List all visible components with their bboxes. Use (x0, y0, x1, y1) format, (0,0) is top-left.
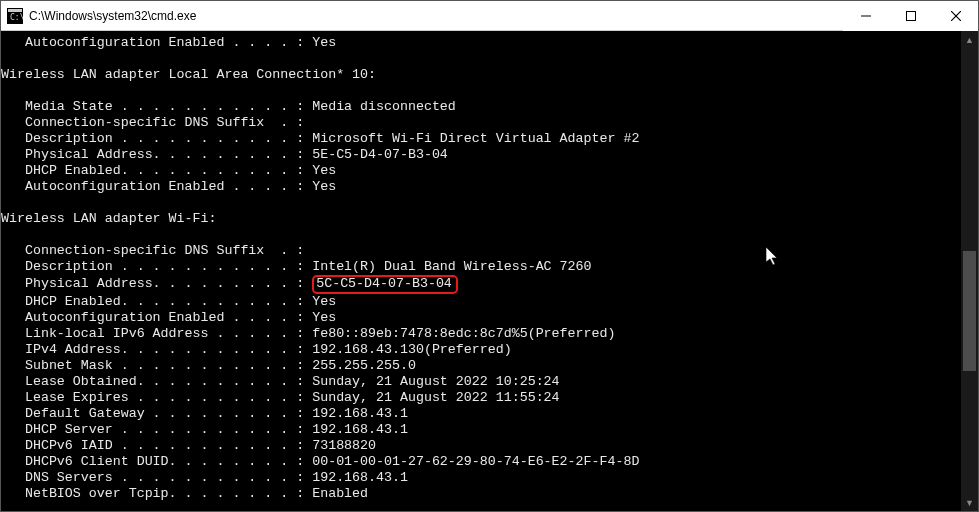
scrollbar-down-arrow-icon[interactable]: ▼ (961, 494, 978, 511)
output-line: Link-local IPv6 Address . . . . . : fe80… (1, 326, 615, 341)
field-value: 255.255.255.0 (312, 358, 416, 373)
terminal-output[interactable]: Autoconfiguration Enabled . . . . : Yes … (1, 31, 961, 511)
scrollbar-up-arrow-icon[interactable]: ▲ (961, 31, 978, 48)
scrollbar-thumb[interactable] (963, 251, 976, 371)
field-value: 192.168.43.1 (312, 470, 408, 485)
field-label: DHCP Enabled. . . . . . . . . . . : (1, 294, 312, 309)
titlebar[interactable]: C:\ C:\Windows\system32\cmd.exe (1, 1, 978, 31)
terminal-area: Autoconfiguration Enabled . . . . : Yes … (1, 31, 978, 511)
field-label: DHCPv6 IAID . . . . . . . . . . . : (1, 438, 312, 453)
svg-text:C:\: C:\ (10, 13, 23, 22)
field-value: Yes (312, 179, 336, 194)
field-value: Media disconnected (312, 99, 456, 114)
output-line: NetBIOS over Tcpip. . . . . . . . : Enab… (1, 486, 368, 501)
highlighted-mac-address: 5C-C5-D4-07-B3-04 (312, 275, 458, 294)
field-value: Yes (312, 35, 336, 50)
close-button[interactable] (933, 1, 978, 31)
field-value: Sunday, 21 August 2022 11:55:24 (312, 390, 559, 405)
field-value: Yes (312, 294, 336, 309)
field-value: 73188820 (312, 438, 376, 453)
window-title: C:\Windows\system32\cmd.exe (29, 9, 196, 23)
field-label: Autoconfiguration Enabled . . . . : (1, 310, 312, 325)
adapter-header: Wireless LAN adapter Wi-Fi: (1, 211, 216, 226)
field-label: DHCP Enabled. . . . . . . . . . . : (1, 163, 312, 178)
field-label: DNS Servers . . . . . . . . . . . : (1, 470, 312, 485)
field-label: NetBIOS over Tcpip. . . . . . . . : (1, 486, 312, 501)
field-label: Physical Address. . . . . . . . . : (1, 276, 312, 291)
field-value: 00-01-00-01-27-62-29-80-74-E6-E2-2F-F4-8… (312, 454, 639, 469)
field-label: Autoconfiguration Enabled . . . . : (1, 179, 312, 194)
output-line: Connection-specific DNS Suffix . : (1, 115, 304, 130)
field-label: Lease Expires . . . . . . . . . . : (1, 390, 312, 405)
field-value: 192.168.43.1 (312, 406, 408, 421)
field-value: fe80::89eb:7478:8edc:8c7d%5(Preferred) (312, 326, 615, 341)
output-line: Media State . . . . . . . . . . . : Medi… (1, 99, 456, 114)
output-line: Subnet Mask . . . . . . . . . . . : 255.… (1, 358, 416, 373)
output-line: Description . . . . . . . . . . . : Micr… (1, 131, 639, 146)
adapter-header: Wireless LAN adapter Local Area Connecti… (1, 67, 376, 82)
output-line: DHCPv6 IAID . . . . . . . . . . . : 7318… (1, 438, 376, 453)
output-line: DHCP Enabled. . . . . . . . . . . : Yes (1, 163, 336, 178)
output-line: DHCPv6 Client DUID. . . . . . . . : 00-0… (1, 454, 639, 469)
output-line: Lease Expires . . . . . . . . . . : Sund… (1, 390, 560, 405)
output-line: Autoconfiguration Enabled . . . . : Yes (1, 179, 336, 194)
output-line: Physical Address. . . . . . . . . : 5E-C… (1, 147, 448, 162)
field-label: Media State . . . . . . . . . . . : (1, 99, 312, 114)
vertical-scrollbar[interactable]: ▲ ▼ (961, 31, 978, 511)
field-label: Lease Obtained. . . . . . . . . . : (1, 374, 312, 389)
output-line: Connection-specific DNS Suffix . : (1, 243, 304, 258)
field-value: 192.168.43.1 (312, 422, 408, 437)
output-line: DNS Servers . . . . . . . . . . . : 192.… (1, 470, 408, 485)
field-value: Intel(R) Dual Band Wireless-AC 7260 (312, 259, 591, 274)
field-value: Enabled (312, 486, 368, 501)
svg-rect-4 (906, 11, 915, 20)
field-value: 5E-C5-D4-07-B3-04 (312, 147, 448, 162)
output-line: IPv4 Address. . . . . . . . . . . : 192.… (1, 342, 512, 357)
field-value: Microsoft Wi-Fi Direct Virtual Adapter #… (312, 131, 639, 146)
field-label: IPv4 Address. . . . . . . . . . . : (1, 342, 312, 357)
output-line: Autoconfiguration Enabled . . . . : Yes (1, 35, 336, 50)
cmd-icon: C:\ (7, 8, 23, 24)
field-value: Yes (312, 310, 336, 325)
output-line: Physical Address. . . . . . . . . : 5C-C… (1, 276, 458, 291)
field-label: DHCP Server . . . . . . . . . . . : (1, 422, 312, 437)
field-label: Link-local IPv6 Address . . . . . : (1, 326, 312, 341)
field-value: Sunday, 21 August 2022 10:25:24 (312, 374, 559, 389)
minimize-button[interactable] (843, 1, 888, 31)
output-line: Description . . . . . . . . . . . : Inte… (1, 259, 591, 274)
maximize-button[interactable] (888, 1, 933, 31)
field-label: Description . . . . . . . . . . . : (1, 259, 312, 274)
field-value: Yes (312, 163, 336, 178)
field-label: Physical Address. . . . . . . . . : (1, 147, 312, 162)
field-label: Default Gateway . . . . . . . . . : (1, 406, 312, 421)
output-line: DHCP Server . . . . . . . . . . . : 192.… (1, 422, 408, 437)
field-label: Subnet Mask . . . . . . . . . . . : (1, 358, 312, 373)
svg-rect-1 (8, 9, 22, 12)
field-label: DHCPv6 Client DUID. . . . . . . . : (1, 454, 312, 469)
output-line: Lease Obtained. . . . . . . . . . : Sund… (1, 374, 560, 389)
field-label: Autoconfiguration Enabled . . . . : (1, 35, 312, 50)
output-line: DHCP Enabled. . . . . . . . . . . : Yes (1, 294, 336, 309)
field-label: Description . . . . . . . . . . . : (1, 131, 312, 146)
cmd-window: C:\ C:\Windows\system32\cmd.exe Autoconf… (0, 0, 979, 512)
field-value: 192.168.43.130(Preferred) (312, 342, 512, 357)
output-line: Default Gateway . . . . . . . . . : 192.… (1, 406, 408, 421)
output-line: Autoconfiguration Enabled . . . . : Yes (1, 310, 336, 325)
